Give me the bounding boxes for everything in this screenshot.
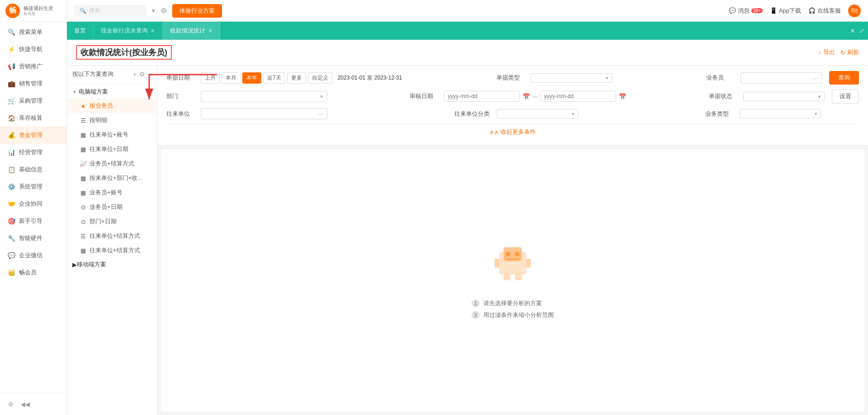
desktop-group-header[interactable]: ▼ 电脑端方案 xyxy=(67,85,157,99)
scheme-item-unit-account[interactable]: ▦ 往来单位+账号 xyxy=(67,127,157,142)
sidebar-item-quicknav[interactable]: ⚡ 快捷导航 xyxy=(0,41,66,58)
svg-rect-5 xyxy=(495,259,499,268)
salesman-more-icon[interactable]: ··· xyxy=(813,75,818,81)
sidebar-item-system[interactable]: ⚙️ 系统管理 xyxy=(0,178,66,195)
scheme-item-by-salesman[interactable]: ● 按业务员 xyxy=(67,99,157,113)
basic-icon: 📋 xyxy=(7,165,15,174)
wechat-icon: 💬 xyxy=(7,251,15,259)
headset-icon: 🎧 xyxy=(808,7,816,14)
trial-button[interactable]: 体验行业方案 xyxy=(172,4,222,18)
sidebar-item-hardware[interactable]: 🔧 智能硬件 xyxy=(0,230,66,247)
scheme-item-unit-settlement2[interactable]: ▦ 往来单位+结算方式 xyxy=(67,243,157,258)
salesman-select[interactable]: ··· xyxy=(741,72,822,84)
desktop-scheme-group: ▼ 电脑端方案 ● 按业务员 ☰ 按明细 ▦ 往 xyxy=(67,85,157,258)
vip-icon: 👑 xyxy=(7,269,15,277)
unit-more-icon[interactable]: ··· xyxy=(318,110,323,117)
refresh-icon: ↻ xyxy=(840,49,845,56)
scheme-item-dept-date[interactable]: ⊙ 部门+日期 xyxy=(67,214,157,229)
audit-date-range: 📅 — 📅 xyxy=(444,91,627,102)
scheme-item-salesman-account[interactable]: ▦ 业务员+账号 xyxy=(67,185,157,200)
topbar-service[interactable]: 🎧 在线客服 xyxy=(808,7,841,15)
sidebar-item-marketing[interactable]: 📢 营销推广 xyxy=(0,58,66,75)
tab-bank[interactable]: 现金银行流水查询 ✕ xyxy=(94,22,163,40)
date-range: 2023-01-01 至 2023-12-31 xyxy=(338,74,402,82)
date-btn-custom[interactable]: 自定义 xyxy=(308,72,332,84)
audit-date-from[interactable] xyxy=(444,91,520,102)
topbar-dropdown[interactable]: ▾ xyxy=(152,7,155,14)
mobile-scheme-group: ▶ 移动端方案 xyxy=(67,258,157,271)
sidebar-collapse-icon[interactable]: ◀◀ xyxy=(20,399,31,410)
scheme-settings-icon[interactable]: ⚙ xyxy=(139,71,145,78)
sidebar-item-search[interactable]: 🔍 搜索菜单 xyxy=(0,24,66,41)
tab-close-bank[interactable]: ✕ xyxy=(151,28,155,33)
doc-status-select[interactable] xyxy=(743,92,825,101)
mobile-group-arrow: ▶ xyxy=(72,261,77,268)
empty-hints: 1 请先选择要分析的方案 2 用过滤条件来缩小分析范围 xyxy=(472,299,554,323)
date-btn-more[interactable]: 更多 xyxy=(287,72,306,84)
doc-type-chevron xyxy=(606,75,608,80)
dept-select[interactable] xyxy=(201,91,327,102)
svg-rect-7 xyxy=(504,274,510,280)
tab-receipt[interactable]: 收款情况统计 ✕ xyxy=(163,22,220,40)
cal-icon-from: 📅 xyxy=(523,93,530,100)
collapse-filter-bar[interactable]: ∧∧ 收起更多条件 xyxy=(166,124,859,140)
sidebar-item-wechat[interactable]: 💬 企业微信 xyxy=(0,247,66,264)
date-btn-last-month[interactable]: 上月 xyxy=(201,72,220,84)
content-area: 按以下方案查询 + ⚙ « ▼ 电脑端方案 ● xyxy=(67,66,868,415)
sidebar-item-finance[interactable]: 💰 资金管理 xyxy=(0,127,66,144)
query-button[interactable]: 查询 xyxy=(829,71,859,85)
sidebar-item-basic[interactable]: 📋 基础信息 xyxy=(0,161,66,178)
desktop-group-arrow: ▼ xyxy=(72,90,77,94)
scheme-item-salesman-date[interactable]: ⊙ 业务员+日期 xyxy=(67,200,157,214)
sidebar-item-purchase[interactable]: 🛒 采购管理 xyxy=(0,92,66,109)
scheme-item-by-detail[interactable]: ☰ 按明细 xyxy=(67,113,157,127)
export-button[interactable]: ↑ 导出 xyxy=(819,48,835,57)
topbar-app-download[interactable]: 📱 App下载 xyxy=(770,7,801,15)
mobile-group-header[interactable]: ▶ 移动端方案 xyxy=(67,258,157,271)
doc-status-label: 单据状态 xyxy=(709,92,736,100)
date-btn-7days[interactable]: 近7天 xyxy=(263,72,285,84)
tab-home[interactable]: 首页 xyxy=(67,22,94,40)
cal-icon-to: 📅 xyxy=(619,93,626,100)
table2-icon: ▦ xyxy=(80,146,87,153)
scheme-item-unit-date[interactable]: ▦ 往来单位+日期 xyxy=(67,142,157,156)
scheme-item-unit-dept[interactable]: ▦ 按来单位+部门+收... xyxy=(67,171,157,185)
audit-date-to[interactable] xyxy=(540,91,616,102)
guide-icon: 🎯 xyxy=(7,217,15,225)
sidebar-item-warehouse[interactable]: 🏠 库存核算 xyxy=(0,109,66,127)
list2-icon: ☰ xyxy=(80,232,87,240)
sidebar-item-vip[interactable]: 👑 畅会员 xyxy=(0,264,66,281)
refresh-button[interactable]: ↻ 刷新 xyxy=(840,48,859,57)
sidebar-item-guide[interactable]: 🎯 新手引导 xyxy=(0,212,66,230)
svg-rect-6 xyxy=(526,259,531,268)
unit-select[interactable]: ··· xyxy=(201,108,327,119)
list-icon: ☰ xyxy=(80,117,87,124)
tab-maximize[interactable]: ⤢ xyxy=(859,27,864,34)
dept-chevron xyxy=(320,93,323,100)
topbar-search[interactable]: 🔍 搜索 xyxy=(74,5,146,16)
svg-point-3 xyxy=(515,252,519,256)
topbar-message[interactable]: 💬 消息 99+ xyxy=(729,7,763,15)
sales-icon: 💼 xyxy=(7,80,15,88)
settings-button[interactable]: 设置 xyxy=(832,89,859,104)
user-icon: ● xyxy=(80,102,87,109)
sidebar-item-operation[interactable]: 📊 经营管理 xyxy=(0,144,66,161)
unit-category-select[interactable] xyxy=(497,109,578,118)
scheme-item-unit-settlement1[interactable]: ☰ 往来单位+结算方式 xyxy=(67,229,157,243)
topbar-settings-icon[interactable]: ⚙ xyxy=(160,6,167,15)
sidebar-settings-icon[interactable]: ⚙ xyxy=(5,399,16,410)
date-btn-this-month[interactable]: 本月 xyxy=(222,72,241,84)
collapse-panel-icon[interactable]: « xyxy=(148,71,151,78)
add-scheme-button[interactable]: + xyxy=(133,71,137,78)
clock2-icon: ⊙ xyxy=(80,218,87,225)
sidebar-item-sales[interactable]: 💼 销售管理 xyxy=(0,75,66,92)
tab-close-receipt[interactable]: ✕ xyxy=(208,28,212,33)
date-btn-this-year[interactable]: 本年 xyxy=(242,72,261,84)
tab-close-all[interactable]: ✕ xyxy=(850,27,855,34)
biz-type-select[interactable] xyxy=(740,109,821,118)
topbar-user-avatar[interactable]: Rit xyxy=(848,5,861,17)
scheme-item-salesman-settlement[interactable]: 📈 业务员+结算方式 xyxy=(67,156,157,171)
doc-type-select[interactable] xyxy=(531,73,612,83)
sidebar-item-enterprise[interactable]: 🤝 企业协同 xyxy=(0,195,66,212)
svg-point-2 xyxy=(506,252,510,256)
